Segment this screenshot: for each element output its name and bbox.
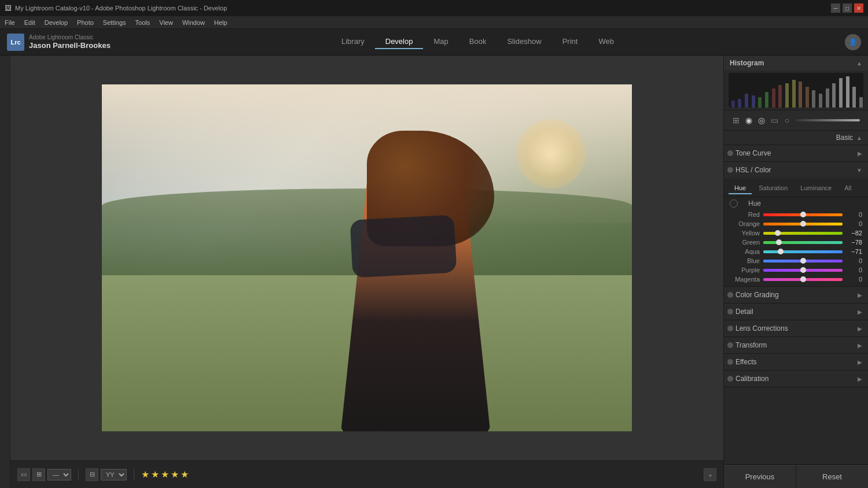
- tab-book[interactable]: Book: [459, 35, 497, 49]
- lens-corrections-header[interactable]: Lens Corrections ▶: [724, 320, 868, 337]
- purple-slider-track[interactable]: [763, 269, 843, 272]
- transform-collapse-icon: ▶: [858, 342, 862, 349]
- menu-develop[interactable]: Develop: [45, 19, 68, 26]
- reset-button[interactable]: Reset: [796, 465, 868, 488]
- tab-web[interactable]: Web: [588, 35, 624, 49]
- yellow-slider-thumb[interactable]: [775, 230, 781, 236]
- tone-curve-header[interactable]: Tone Curve ▶: [724, 145, 868, 161]
- effects-title: Effects: [735, 358, 756, 366]
- previous-button[interactable]: Previous: [724, 465, 796, 488]
- close-button[interactable]: ✕: [854, 3, 863, 13]
- menu-settings[interactable]: Settings: [103, 19, 126, 26]
- yellow-value: −82: [846, 230, 862, 236]
- view-dropdown-1[interactable]: —: [47, 469, 71, 480]
- ring-tool-icon[interactable]: ○: [781, 114, 793, 127]
- star-4[interactable]: ★: [171, 469, 179, 480]
- green-slider-thumb[interactable]: [776, 239, 782, 245]
- effects-header[interactable]: Effects ▶: [724, 354, 868, 370]
- sort-btn[interactable]: ⊟: [86, 468, 98, 481]
- red-label: Red: [730, 211, 760, 218]
- grid-tool-icon[interactable]: ⊞: [730, 114, 742, 127]
- hsl-header[interactable]: HSL / Color ▼: [724, 162, 868, 178]
- blue-slider-track[interactable]: [763, 260, 843, 263]
- menu-help[interactable]: Help: [214, 19, 227, 26]
- logo-text: Adobe Lightroom Classic Jason Parnell-Br…: [29, 34, 111, 51]
- square-tool-icon[interactable]: ▭: [768, 114, 781, 127]
- star-3[interactable]: ★: [161, 469, 169, 480]
- green-slider-track[interactable]: [763, 241, 843, 244]
- target-tool-icon[interactable]: ◎: [755, 114, 768, 127]
- aqua-slider-track[interactable]: [763, 250, 843, 253]
- tab-library[interactable]: Library: [331, 35, 375, 49]
- effects-toggle[interactable]: [727, 359, 733, 365]
- circle-tool-icon[interactable]: ◉: [742, 114, 755, 127]
- lens-corrections-title: Lens Corrections: [735, 324, 788, 332]
- histogram-collapse-icon[interactable]: ▲: [856, 60, 862, 66]
- calibration-section: Calibration ▶: [724, 371, 868, 387]
- orange-value: 0: [846, 220, 862, 227]
- menu-photo[interactable]: Photo: [77, 19, 94, 26]
- calibration-toggle[interactable]: [727, 376, 733, 382]
- blue-slider-thumb[interactable]: [800, 258, 806, 264]
- hsl-tab-luminance[interactable]: Luminance: [795, 183, 837, 194]
- magenta-slider-thumb[interactable]: [800, 276, 806, 282]
- transform-toggle[interactable]: [727, 342, 733, 348]
- tab-develop[interactable]: Develop: [375, 35, 424, 49]
- basic-section-header[interactable]: Basic ▲: [724, 131, 868, 145]
- hsl-title-row: Hue: [724, 197, 868, 210]
- hsl-tab-hue[interactable]: Hue: [729, 183, 752, 194]
- tab-slideshow[interactable]: Slideshow: [496, 35, 551, 49]
- title-bar-controls[interactable]: ─ □ ✕: [831, 3, 863, 13]
- star-5[interactable]: ★: [181, 469, 189, 480]
- aqua-slider-thumb[interactable]: [778, 249, 784, 254]
- lens-corrections-toggle[interactable]: [727, 326, 733, 331]
- orange-slider-track[interactable]: [763, 223, 843, 225]
- purple-slider-thumb[interactable]: [800, 267, 806, 273]
- star-rating[interactable]: ★ ★ ★ ★ ★: [141, 469, 189, 480]
- tone-curve-toggle[interactable]: [727, 150, 733, 156]
- star-2[interactable]: ★: [151, 469, 159, 480]
- orange-slider-thumb[interactable]: [800, 221, 806, 227]
- color-grading-collapse-icon: ▶: [858, 292, 862, 298]
- yellow-label: Yellow: [730, 230, 760, 236]
- grid-view-btn[interactable]: ⊞: [32, 468, 45, 481]
- expand-btn[interactable]: ⌄: [704, 468, 716, 481]
- calibration-header[interactable]: Calibration ▶: [724, 371, 868, 387]
- exposure-slider[interactable]: [796, 119, 860, 121]
- hsl-tab-all[interactable]: All: [838, 183, 857, 194]
- detail-toggle[interactable]: [727, 309, 733, 315]
- minimize-button[interactable]: ─: [831, 3, 840, 13]
- hsl-toggle[interactable]: [727, 167, 733, 173]
- tab-map[interactable]: Map: [423, 35, 458, 49]
- lens-corrections-collapse-icon: ▶: [858, 326, 862, 332]
- logo-initials: Lrc: [10, 39, 20, 46]
- transform-header[interactable]: Transform ▶: [724, 337, 868, 353]
- tab-print[interactable]: Print: [552, 35, 589, 49]
- menu-edit[interactable]: Edit: [24, 19, 35, 26]
- profile-icon[interactable]: 👤: [845, 34, 861, 50]
- hsl-tabs: Hue Saturation Luminance All: [724, 180, 868, 197]
- red-slider-thumb[interactable]: [800, 212, 806, 217]
- title-bar-left: 🖼 My Lightroom Catalog-v10 - Adobe Photo…: [5, 4, 227, 12]
- red-slider-track[interactable]: [763, 213, 843, 216]
- color-grading-toggle[interactable]: [727, 292, 733, 298]
- color-grading-header[interactable]: Color Grading ▶: [724, 287, 868, 303]
- red-value: 0: [846, 211, 862, 218]
- menu-file[interactable]: File: [5, 19, 15, 26]
- effects-collapse-icon: ▶: [858, 359, 862, 365]
- magenta-slider-track[interactable]: [763, 278, 843, 281]
- magenta-value: 0: [846, 276, 862, 283]
- yellow-slider-track[interactable]: [763, 232, 843, 235]
- menu-view[interactable]: View: [159, 19, 173, 26]
- star-1[interactable]: ★: [141, 469, 149, 480]
- menu-window[interactable]: Window: [182, 19, 205, 26]
- hsl-target-icon[interactable]: [730, 199, 738, 208]
- menu-tools[interactable]: Tools: [135, 19, 150, 26]
- hsl-tab-saturation[interactable]: Saturation: [753, 183, 793, 194]
- detail-header[interactable]: Detail ▶: [724, 304, 868, 320]
- maximize-button[interactable]: □: [843, 3, 852, 13]
- purple-row: Purple 0: [724, 265, 868, 275]
- bottom-toolbar: ▭ ⊞ — ⊟ YY ★ ★ ★ ★: [10, 460, 723, 488]
- single-view-btn[interactable]: ▭: [17, 468, 30, 481]
- view-dropdown-2[interactable]: YY: [101, 469, 127, 480]
